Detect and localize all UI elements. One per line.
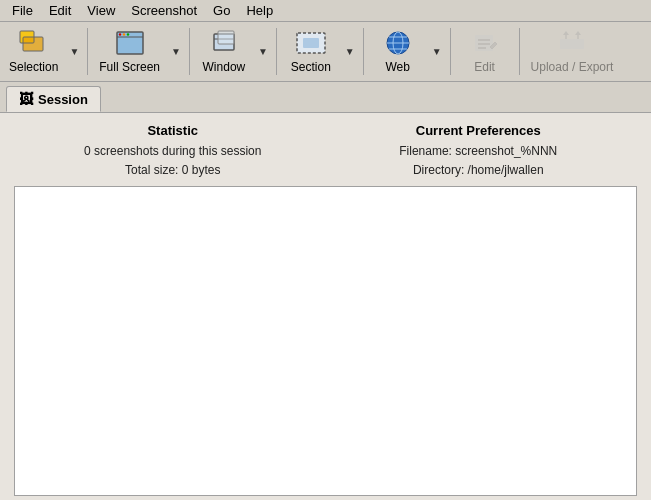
upload-export-icon bbox=[556, 29, 588, 57]
menu-go[interactable]: Go bbox=[205, 1, 238, 20]
toolbar-separator-6 bbox=[519, 28, 520, 75]
svg-rect-29 bbox=[572, 39, 584, 49]
session-tab-icon: 🖼 bbox=[19, 91, 33, 107]
toolbar: Selection ▼ Full Screen ▼ bbox=[0, 22, 651, 82]
section-label: Section bbox=[291, 60, 331, 74]
stats-row: Statistic 0 screenshots during this sess… bbox=[10, 123, 641, 180]
svg-rect-17 bbox=[303, 38, 319, 48]
toolbar-separator-3 bbox=[276, 28, 277, 75]
statistic-col: Statistic 0 screenshots during this sess… bbox=[20, 123, 326, 180]
upload-export-label: Upload / Export bbox=[531, 60, 614, 74]
window-arrow-icon: ▼ bbox=[258, 46, 268, 57]
toolbar-separator-5 bbox=[450, 28, 451, 75]
statistic-line2: Total size: 0 bytes bbox=[20, 161, 326, 180]
upload-export-button: Upload / Export bbox=[524, 24, 621, 78]
web-label: Web bbox=[385, 60, 409, 74]
statistic-title: Statistic bbox=[20, 123, 326, 138]
screenshot-list bbox=[14, 186, 637, 496]
statistic-line1: 0 screenshots during this session bbox=[20, 142, 326, 161]
selection-arrow-icon: ▼ bbox=[69, 46, 79, 57]
selection-icon bbox=[18, 29, 50, 57]
toolbar-separator-1 bbox=[87, 28, 88, 75]
web-icon bbox=[382, 29, 414, 57]
section-dropdown[interactable]: ▼ bbox=[341, 24, 359, 78]
window-dropdown[interactable]: ▼ bbox=[254, 24, 272, 78]
content-area: Statistic 0 screenshots during this sess… bbox=[0, 113, 651, 500]
fullscreen-arrow-icon: ▼ bbox=[171, 46, 181, 57]
window-button[interactable]: Window bbox=[194, 24, 254, 78]
preferences-line2: Directory: /home/jlwallen bbox=[326, 161, 632, 180]
menu-edit[interactable]: Edit bbox=[41, 1, 79, 20]
section-arrow-icon: ▼ bbox=[345, 46, 355, 57]
svg-point-7 bbox=[118, 33, 120, 35]
window-icon bbox=[208, 29, 240, 57]
preferences-title: Current Preferences bbox=[326, 123, 632, 138]
fullscreen-button[interactable]: Full Screen bbox=[92, 24, 167, 78]
menu-view[interactable]: View bbox=[79, 1, 123, 20]
selection-button[interactable]: Selection bbox=[2, 24, 65, 78]
toolbar-separator-4 bbox=[363, 28, 364, 75]
svg-rect-4 bbox=[117, 32, 143, 54]
window-label: Window bbox=[203, 60, 246, 74]
selection-dropdown[interactable]: ▼ bbox=[65, 24, 83, 78]
toolbar-separator-2 bbox=[189, 28, 190, 75]
edit-button: Edit bbox=[455, 24, 515, 78]
web-dropdown[interactable]: ▼ bbox=[428, 24, 446, 78]
tab-session[interactable]: 🖼 Session bbox=[6, 86, 101, 112]
tab-session-label: Session bbox=[38, 92, 88, 107]
fullscreen-label: Full Screen bbox=[99, 60, 160, 74]
svg-rect-1 bbox=[23, 37, 43, 51]
preferences-line1: Filename: screenshot_%NNN bbox=[326, 142, 632, 161]
menubar: File Edit View Screenshot Go Help bbox=[0, 0, 651, 22]
edit-label: Edit bbox=[474, 60, 495, 74]
web-arrow-icon: ▼ bbox=[432, 46, 442, 57]
fullscreen-dropdown[interactable]: ▼ bbox=[167, 24, 185, 78]
svg-rect-13 bbox=[218, 31, 234, 44]
section-button[interactable]: Section bbox=[281, 24, 341, 78]
svg-rect-28 bbox=[560, 39, 572, 49]
section-icon bbox=[295, 29, 327, 57]
edit-icon bbox=[469, 29, 501, 57]
menu-help[interactable]: Help bbox=[238, 1, 281, 20]
selection-label: Selection bbox=[9, 60, 58, 74]
web-button[interactable]: Web bbox=[368, 24, 428, 78]
svg-point-8 bbox=[122, 33, 124, 35]
svg-point-9 bbox=[126, 33, 128, 35]
preferences-col: Current Preferences Filename: screenshot… bbox=[326, 123, 632, 180]
tab-bar: 🖼 Session bbox=[0, 82, 651, 113]
fullscreen-icon bbox=[114, 29, 146, 57]
menu-file[interactable]: File bbox=[4, 1, 41, 20]
svg-marker-31 bbox=[563, 31, 569, 35]
svg-marker-33 bbox=[575, 31, 581, 35]
menu-screenshot[interactable]: Screenshot bbox=[123, 1, 205, 20]
